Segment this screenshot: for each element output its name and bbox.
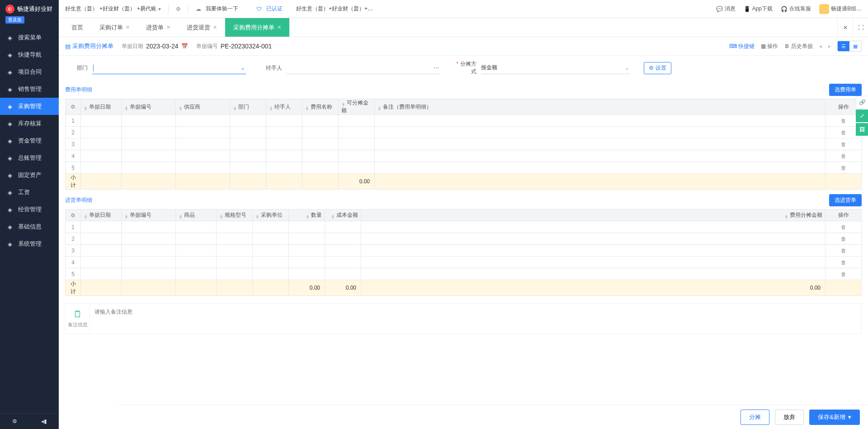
col-header[interactable]: ▲▼商品 [176, 210, 217, 221]
col-header[interactable]: ▲▼供应商 [176, 99, 230, 115]
delete-row[interactable]: 🗑 [826, 245, 862, 257]
expand-icon[interactable]: ⤢ [856, 110, 868, 122]
calendar-icon[interactable]: 📅 [181, 43, 188, 49]
messages-link[interactable]: 💬消息 [716, 5, 736, 13]
table-row[interactable]: 2🗑 [66, 127, 862, 138]
col-header[interactable]: ▲▼费用名称 [302, 99, 339, 115]
tab[interactable]: 进货退货✕ [179, 18, 225, 37]
sidebar-item-clipboard[interactable]: ◈经营管理 [0, 201, 59, 218]
select-goods-button[interactable]: 选进货单 [829, 194, 862, 206]
sidebar-item-book[interactable]: ◈总账管理 [0, 149, 59, 167]
delete-row[interactable]: 🗑 [826, 150, 862, 162]
tab[interactable]: 采购费用分摊单✕ [225, 18, 289, 37]
table-row[interactable]: 1🗑 [66, 221, 862, 233]
sidebar-item-gear[interactable]: ◈系统管理 [0, 235, 59, 253]
col-header[interactable]: ▲▼单据编号 [122, 210, 176, 221]
col-header[interactable]: ▲▼可分摊金额 [339, 99, 375, 115]
settings-button[interactable]: ⚙设置 [644, 62, 671, 74]
delete-row[interactable]: 🗑 [826, 257, 862, 268]
shortcut-link[interactable]: ⌨快捷键 [729, 43, 755, 50]
col-header[interactable]: ▲▼单据编号 [122, 99, 176, 115]
sidebar-item-grid[interactable]: ◈工资 [0, 184, 59, 201]
table-row[interactable]: 5🗑 [66, 162, 862, 174]
close-icon[interactable]: ✕ [166, 24, 170, 30]
table-row[interactable]: 3🗑 [66, 138, 862, 150]
sidebar-item-home[interactable]: ◈快捷导航 [0, 46, 59, 63]
tab[interactable]: 采购订单✕ [91, 18, 138, 37]
table-row[interactable]: 3🗑 [66, 245, 862, 257]
table-row[interactable]: 2🗑 [66, 233, 862, 245]
chevron-down-icon: ⌄ [241, 65, 245, 71]
handler-select[interactable]: ⋯ [287, 62, 440, 74]
col-header[interactable]: ▲▼采购单位 [253, 210, 289, 221]
share-button[interactable]: 分摊 [741, 410, 769, 425]
col-header[interactable]: ▲▼数量 [289, 210, 325, 221]
delete-row[interactable]: 🗑 [826, 233, 862, 245]
chevron-down-icon: ⌄ [625, 65, 629, 71]
tabs: 首页采购订单✕进货单✕进货退货✕采购费用分摊单✕ ✕ ⛶ [59, 18, 868, 37]
next-doc[interactable]: ▸ [828, 43, 831, 49]
prev-doc[interactable]: ◂ [819, 43, 822, 49]
col-header[interactable]: ▲▼费用分摊金额 [361, 210, 826, 221]
book-icon: ◈ [6, 154, 14, 162]
col-header[interactable]: ▲▼单据日期 [81, 210, 122, 221]
fullscreen-toggle[interactable]: ⛶ [853, 18, 868, 37]
delete-row[interactable]: 🗑 [826, 268, 862, 280]
image-icon[interactable]: 🖼 [856, 123, 868, 136]
table-row[interactable]: 1🗑 [66, 115, 862, 127]
context-text[interactable]: 好生意（普）+好业财（普）+… [296, 5, 373, 13]
support-link[interactable]: 🎧在线客服 [781, 5, 811, 13]
col-header[interactable]: ▲▼成本金额 [325, 210, 361, 221]
table-row[interactable]: 4🗑 [66, 257, 862, 268]
select-expense-button[interactable]: 选费用单 [829, 84, 862, 96]
col-header[interactable]: ▲▼备注（费用单明细） [375, 99, 826, 115]
list-view-icon[interactable]: ☰ [838, 41, 849, 51]
table-row[interactable]: 5🗑 [66, 268, 862, 280]
discard-button[interactable]: 放弃 [775, 410, 804, 425]
save-new-button[interactable]: 保存&新增▾ [809, 410, 860, 425]
col-header[interactable]: ▲▼经手人 [266, 99, 302, 115]
remark-input[interactable] [90, 304, 861, 334]
settings-icon[interactable]: ⚙ [0, 414, 29, 429]
sidebar-item-bag[interactable]: ◈采购管理 [0, 98, 59, 115]
gear-icon[interactable]: ⚙ [176, 6, 181, 12]
history-link[interactable]: 🗎历史单据 [784, 43, 813, 50]
collapse-icon[interactable]: ◂▮ [29, 414, 59, 429]
close-icon[interactable]: ✕ [277, 24, 281, 30]
nav-menu: ◈搜索菜单◈快捷导航◈项目合同◈销售管理◈采购管理◈库存核算◈资金管理◈总账管理… [0, 29, 59, 413]
sidebar-item-search[interactable]: ◈搜索菜单 [0, 29, 59, 46]
sidebar-item-cart[interactable]: ◈销售管理 [0, 81, 59, 98]
gear-icon[interactable]: ⚙ [66, 210, 81, 221]
close-all-tabs[interactable]: ✕ [837, 18, 853, 37]
breadcrumb[interactable]: 好生意（普） +好业财（普） +易代账 ▾ [65, 5, 161, 13]
col-header[interactable]: ▲▼规格型号 [217, 210, 253, 221]
keyboard-icon: ⌨ [729, 43, 737, 49]
delete-row[interactable]: 🗑 [826, 221, 862, 233]
sidebar-item-coin[interactable]: ◈资金管理 [0, 132, 59, 149]
attach-icon[interactable]: 🔗 [856, 96, 868, 109]
col-header[interactable]: ▲▼部门 [230, 99, 266, 115]
sidebar-item-box[interactable]: ◈库存核算 [0, 115, 59, 132]
app-download-link[interactable]: 📱App下载 [744, 5, 773, 13]
delete-row[interactable]: 🗑 [826, 162, 862, 174]
gear-icon[interactable]: ⚙ [66, 99, 81, 115]
sidebar-item-card[interactable]: ◈基础信息 [0, 218, 59, 235]
table-row[interactable]: 4🗑 [66, 150, 862, 162]
close-icon[interactable]: ✕ [126, 24, 130, 30]
close-icon[interactable]: ✕ [213, 24, 217, 30]
view-mode-toggle[interactable]: ☰ ▦ [837, 41, 862, 52]
ops-link[interactable]: ▦操作 [761, 43, 778, 50]
user-menu[interactable]: 畅捷通B组… [819, 4, 862, 14]
sidebar-item-doc[interactable]: ◈项目合同 [0, 63, 59, 81]
sidebar-item-building[interactable]: ◈固定资产 [0, 167, 59, 184]
col-header[interactable]: ▲▼单据日期 [81, 99, 122, 115]
method-select[interactable]: 按金额 ⌄ [481, 62, 630, 74]
doc-date[interactable]: 2023-03-24 [146, 43, 179, 50]
tab[interactable]: 进货单✕ [138, 18, 179, 37]
dept-select[interactable]: ⌄ [92, 62, 246, 74]
tab[interactable]: 首页 [63, 18, 91, 37]
card-view-icon[interactable]: ▦ [849, 41, 861, 51]
delete-row[interactable]: 🗑 [826, 138, 862, 150]
mobile-icon: 📱 [744, 6, 750, 12]
try-link[interactable]: 我要体验一下 [206, 5, 238, 13]
